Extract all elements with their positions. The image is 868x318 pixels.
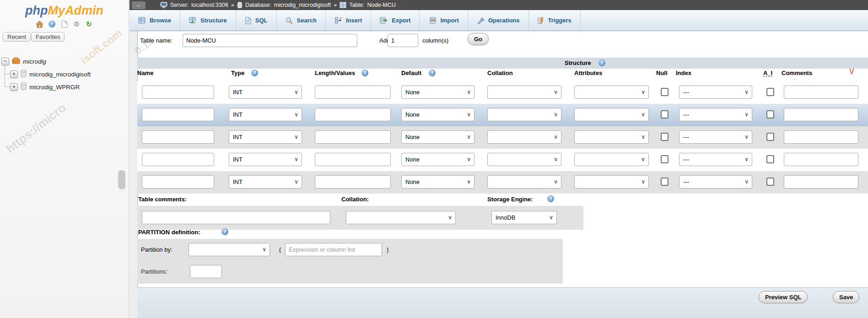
column-index-select[interactable]: ---∨ — [679, 86, 752, 99]
column-comments-input[interactable] — [784, 108, 858, 121]
column-name-input[interactable] — [142, 175, 214, 189]
structure-help-icon[interactable]: ? — [598, 59, 605, 66]
column-comments-input[interactable] — [784, 130, 858, 144]
null-checkbox[interactable] — [661, 88, 669, 96]
column-default-select[interactable]: None∨ — [401, 108, 474, 121]
collapse-sidebar-button[interactable]: ← — [132, 1, 146, 9]
column-length-input[interactable] — [315, 86, 391, 99]
favorite-tables-button[interactable]: Favorites — [31, 32, 65, 42]
column-collation-select[interactable]: ∨ — [487, 153, 561, 166]
tab-insert[interactable]: Insert — [326, 10, 371, 31]
column-collation-select[interactable]: ∨ — [487, 108, 561, 121]
table-comments-input[interactable] — [142, 211, 330, 224]
column-attributes-select[interactable]: ∨ — [574, 175, 649, 189]
breadcrumb-table-link[interactable]: Node-MCU — [367, 2, 396, 8]
column-type-select[interactable]: INT∨ — [229, 153, 302, 166]
length-help-icon[interactable]: ? — [361, 70, 368, 76]
column-attributes-select[interactable]: ∨ — [574, 86, 649, 99]
save-button[interactable]: Save — [833, 291, 859, 303]
partitions-count-input[interactable] — [190, 265, 222, 278]
tab-search[interactable]: Search — [277, 10, 326, 31]
storage-engine-select[interactable]: InnoDB∨ — [491, 211, 557, 224]
tab-triggers[interactable]: Triggers — [529, 10, 581, 31]
settings-gear-icon[interactable]: ⚙ — [73, 20, 81, 28]
column-type-select[interactable]: INT∨ — [229, 175, 302, 189]
tree-database-label[interactable]: microdig_microdigisoft — [29, 71, 91, 78]
collapse-minus-icon[interactable]: − — [1, 58, 9, 65]
column-comments-input[interactable] — [784, 175, 858, 189]
logo-php-text: php — [25, 4, 48, 17]
column-index-select[interactable]: ---∨ — [679, 175, 752, 189]
auto-increment-checkbox[interactable] — [766, 110, 774, 119]
column-name-input[interactable] — [142, 86, 214, 99]
preview-sql-button[interactable]: Preview SQL — [759, 291, 808, 303]
null-checkbox[interactable] — [661, 110, 669, 119]
table-collation-select[interactable]: ∨ — [346, 211, 456, 224]
tree-server-label[interactable]: microdig — [23, 58, 46, 65]
column-default-select[interactable]: None∨ — [401, 130, 474, 144]
add-columns-input[interactable] — [388, 34, 418, 47]
column-collation-select[interactable]: ∨ — [487, 130, 561, 144]
column-index-select[interactable]: ---∨ — [679, 108, 752, 121]
column-name-input[interactable] — [142, 130, 214, 144]
column-attributes-select[interactable]: ∨ — [574, 108, 649, 121]
column-length-input[interactable] — [315, 153, 391, 166]
breadcrumb-separator: » — [231, 2, 234, 8]
home-icon[interactable] — [36, 20, 43, 28]
column-name-input[interactable] — [142, 153, 214, 166]
tab-structure[interactable]: Structure — [180, 10, 236, 31]
column-attributes-select[interactable]: ∨ — [574, 130, 649, 144]
column-length-input[interactable] — [315, 175, 391, 189]
column-type-select[interactable]: INT∨ — [229, 108, 302, 121]
column-index-select[interactable]: ---∨ — [679, 153, 752, 166]
tab-operations[interactable]: Operations — [468, 10, 529, 31]
header-type: Type — [231, 70, 244, 76]
column-default-select[interactable]: None∨ — [401, 175, 474, 189]
column-collation-select[interactable]: ∨ — [487, 86, 561, 99]
phpmyadmin-logo[interactable]: phpMyAdmin — [0, 4, 129, 18]
tab-sql[interactable]: SQL — [236, 10, 277, 31]
column-attributes-select[interactable]: ∨ — [574, 153, 649, 166]
column-name-input[interactable] — [142, 108, 214, 121]
type-help-icon[interactable]: ? — [251, 70, 258, 76]
tab-browse[interactable]: Browse — [129, 10, 180, 31]
recent-tables-button[interactable]: Recent — [3, 32, 31, 42]
auto-increment-checkbox[interactable] — [766, 178, 774, 186]
breadcrumb-database-link[interactable]: microdig_microdigisoft — [274, 2, 331, 8]
null-checkbox[interactable] — [661, 178, 669, 186]
auto-increment-checkbox[interactable] — [766, 133, 774, 141]
default-help-icon[interactable]: ? — [429, 70, 436, 76]
partition-help-icon[interactable]: ? — [221, 228, 228, 235]
refresh-icon[interactable]: ↻ — [85, 20, 93, 28]
tree-database-node[interactable]: + microdig_microdigisoft — [10, 70, 91, 79]
column-definition-row: INT∨ None∨ ∨ ∨ ---∨ — [0, 86, 868, 99]
column-length-input[interactable] — [315, 130, 391, 144]
column-type-select[interactable]: INT∨ — [229, 130, 302, 144]
table-comments-label: Table comments: — [138, 196, 187, 203]
tree-server-node[interactable]: − microdig — [1, 57, 46, 66]
column-length-input[interactable] — [315, 108, 391, 121]
column-default-select[interactable]: None∨ — [401, 86, 474, 99]
partition-by-select[interactable]: ∨ — [189, 243, 270, 256]
go-button[interactable]: Go — [468, 33, 489, 45]
null-checkbox[interactable] — [661, 133, 669, 141]
column-collation-select[interactable]: ∨ — [487, 175, 561, 189]
expand-plus-icon[interactable]: + — [10, 70, 18, 78]
column-comments-input[interactable] — [784, 86, 858, 99]
column-comments-input[interactable] — [784, 153, 858, 166]
tab-import[interactable]: Import — [420, 10, 468, 31]
breadcrumb-server-link[interactable]: localhost:3306 — [191, 2, 228, 8]
partition-expression-input[interactable] — [285, 243, 382, 256]
null-checkbox[interactable] — [661, 155, 669, 163]
column-type-select[interactable]: INT∨ — [229, 86, 302, 99]
breadcrumb-database-label: Database: — [245, 2, 271, 8]
auto-increment-checkbox[interactable] — [766, 155, 774, 163]
column-index-select[interactable]: ---∨ — [679, 130, 752, 144]
tab-export[interactable]: Export — [371, 10, 420, 31]
storage-engine-help-icon[interactable]: ? — [547, 195, 554, 202]
help-icon[interactable]: ? — [48, 20, 56, 28]
table-name-input[interactable] — [183, 34, 357, 47]
column-default-select[interactable]: None∨ — [401, 153, 474, 166]
auto-increment-checkbox[interactable] — [766, 88, 774, 96]
docs-icon[interactable] — [60, 20, 68, 28]
